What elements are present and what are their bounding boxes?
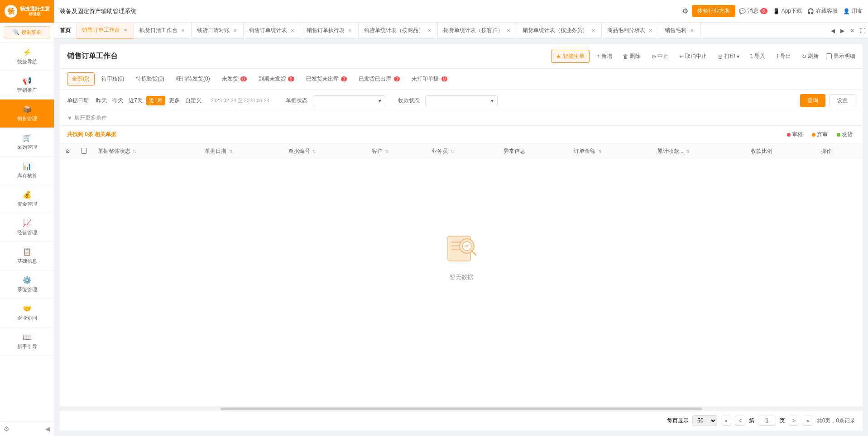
tab-product-profit[interactable]: 商品毛利分析表 ✕ [602, 23, 659, 39]
query-button[interactable]: 查询 [800, 94, 825, 107]
delete-button[interactable]: 🗑 删除 [619, 50, 644, 62]
sub-tab-all[interactable]: 全部(0) [67, 72, 95, 85]
status-filter-select[interactable]: ▾ [313, 95, 385, 106]
sub-tab-not-shipped[interactable]: 未发货 0 [217, 72, 252, 85]
print-button[interactable]: 🖨 打印 ▾ [714, 50, 743, 62]
tab-sales-stats[interactable]: 销售订单统计表 ✕ [244, 23, 301, 39]
page-size-select[interactable]: 20 50 100 [692, 415, 717, 426]
tab-cash-account[interactable]: 钱货日清对账 ✕ [192, 23, 244, 39]
sidebar-item-finance[interactable]: 💰 资金管理 [0, 185, 54, 213]
sidebar-collapse-button[interactable]: ◀ [45, 425, 50, 432]
col-date-sort[interactable]: ⇅ [229, 149, 233, 154]
tab-sales-workbench-close[interactable]: ✕ [123, 27, 128, 33]
ship-action-button[interactable]: 发货 [834, 129, 855, 140]
sidebar-item-inventory[interactable]: 📊 库存核算 [0, 156, 54, 185]
settings-icon[interactable]: ⚙ [65, 148, 70, 155]
tab-cash-daily[interactable]: 钱货日清工作台 ✕ [134, 23, 192, 39]
prev-page-button[interactable]: < [735, 416, 745, 426]
tab-sales-summary-product[interactable]: 销货单统计表（按商品） ✕ [359, 23, 438, 39]
new-button[interactable]: + 新增 [593, 50, 616, 62]
last-page-button[interactable]: » [803, 416, 813, 426]
show-detail-checkbox[interactable]: 显示明细 [826, 52, 855, 60]
industry-solution-button[interactable]: 体验行业方案 [692, 5, 735, 17]
col-received-sort[interactable]: ⇅ [686, 149, 690, 154]
expand-filter-button[interactable]: ▼ 展开更多条件 [67, 114, 855, 122]
refresh-button[interactable]: ↻ 刷新 [798, 50, 822, 62]
header-gear-button[interactable]: ⚙ [682, 7, 688, 15]
operation-label: 经营管理 [17, 229, 37, 236]
tab-home[interactable]: 首页 [54, 23, 77, 39]
tab-sales-profit[interactable]: 销售毛利 ✕ [659, 23, 700, 39]
tab-sales-summary-customer[interactable]: 销货单统计表（按客户） ✕ [438, 23, 517, 39]
col-staff-sort[interactable]: ⇅ [451, 149, 454, 154]
sub-tab-expired[interactable]: 到期未发货 0 [254, 72, 299, 85]
setting-button[interactable]: 设置 [829, 94, 855, 107]
import-button[interactable]: ⤵ 导入 [747, 50, 769, 62]
sub-tab-pending-inspect[interactable]: 待拣验货(0) [131, 72, 169, 85]
next-page-button[interactable]: > [789, 416, 799, 426]
tab-sales-exec[interactable]: 销售订单执行表 ✕ [301, 23, 359, 39]
message-button[interactable]: 💬 消息 6 [739, 7, 767, 15]
search-menu-button[interactable]: 🔍 搜索菜单 [4, 26, 50, 38]
tab-sales-summary-staff[interactable]: 销货单统计表（按业务员） ✕ [517, 23, 602, 39]
date-opt-custom[interactable]: 自定义 [183, 96, 203, 105]
tab-sales-stats-close[interactable]: ✕ [290, 28, 295, 33]
sub-tab-wangpu[interactable]: 旺铺待发货(0) [171, 72, 215, 85]
col-abnormal: 异常信息 [498, 144, 569, 159]
tab-cash-account-close[interactable]: ✕ [232, 28, 238, 33]
smart-create-button[interactable]: ★ 智能生单 [551, 50, 590, 63]
export-button[interactable]: ⤴ 导出 [772, 50, 795, 62]
date-opt-yesterday[interactable]: 昨天 [94, 96, 109, 105]
tab-sales-exec-label: 销售订单执行表 [307, 27, 345, 34]
date-opt-1month[interactable]: 近1月 [146, 96, 166, 105]
sidebar-item-quick-nav[interactable]: ⚡ 快捷导航 [0, 43, 54, 71]
sidebar-item-system[interactable]: ⚙️ 系统管理 [0, 270, 54, 299]
col-status-sort[interactable]: ⇅ [133, 149, 136, 154]
date-opt-today[interactable]: 今天 [110, 96, 125, 105]
tab-close-all-button[interactable]: ✕ [847, 26, 857, 36]
sidebar-item-guide[interactable]: 📖 新手引导 [0, 327, 54, 356]
tab-sales-summary-product-close[interactable]: ✕ [427, 28, 432, 33]
sidebar-item-operation[interactable]: 📈 经营管理 [0, 213, 54, 242]
sub-tab-shipped-not-out[interactable]: 已发货未出库 0 [301, 72, 352, 85]
date-opt-7days[interactable]: 近7天 [127, 96, 144, 105]
date-opt-more[interactable]: 更多 [167, 96, 182, 105]
tab-sales-exec-close[interactable]: ✕ [347, 28, 353, 33]
select-all-checkbox[interactable] [81, 148, 87, 154]
app-download-button[interactable]: 📱 App下载 [773, 7, 802, 15]
sub-tab-shipped-out[interactable]: 已发货已出库 0 [354, 72, 405, 85]
tab-scroll-right-button[interactable]: ▶ [838, 26, 847, 36]
sidebar-search-section: 🔍 搜索菜单 [0, 23, 54, 43]
sidebar-item-sales[interactable]: 📦 销售管理 [0, 100, 54, 128]
tab-sales-profit-close[interactable]: ✕ [689, 28, 695, 33]
sidebar-settings-button[interactable]: ⚙ [4, 425, 10, 432]
horizontal-scrollbar-area[interactable] [60, 407, 863, 410]
cancel-stop-button[interactable]: ↩ 取消中止 [676, 50, 710, 62]
cancel-review-action-button[interactable]: 弃审 [809, 129, 830, 140]
tab-sales-workbench[interactable]: 销售订单工作台 ✕ [77, 23, 134, 39]
col-number-sort[interactable]: ⇅ [312, 149, 316, 154]
sub-tab-pending-review[interactable]: 待审核(0) [96, 72, 129, 85]
tab-cash-daily-close[interactable]: ✕ [180, 28, 186, 33]
tab-sales-summary-customer-close[interactable]: ✕ [506, 28, 511, 33]
first-page-button[interactable]: « [721, 416, 731, 426]
payment-filter-select[interactable]: ▾ [425, 95, 498, 106]
tab-scroll-left-button[interactable]: ◀ [828, 26, 838, 36]
sub-tab-not-printed[interactable]: 未打印单据 0 [407, 72, 452, 85]
stop-button[interactable]: ⊘ 中止 [648, 50, 672, 62]
col-customer-sort[interactable]: ⇅ [385, 149, 388, 154]
tab-product-profit-close[interactable]: ✕ [648, 28, 653, 33]
sidebar-item-purchase[interactable]: 🛒 采购管理 [0, 128, 54, 156]
sidebar-item-basic[interactable]: 📋 基础信息 [0, 242, 54, 270]
tab-sales-summary-staff-close[interactable]: ✕ [590, 28, 596, 33]
show-detail-input[interactable] [826, 53, 832, 59]
tab-fullscreen-button[interactable]: ⛶ [857, 26, 868, 36]
sidebar-item-enterprise[interactable]: 🤝 企业协同 [0, 299, 54, 327]
user-button[interactable]: 👤 用友 [843, 7, 863, 15]
review-action-button[interactable]: 审核 [784, 129, 806, 140]
sidebar-item-marketing[interactable]: 📢 营销推广 [0, 71, 54, 100]
table-scroll[interactable]: ⚙ 单据整体状态 ⇅ 单据日期 ⇅ [60, 144, 863, 407]
col-amount-sort[interactable]: ⇅ [598, 149, 602, 154]
online-service-button[interactable]: 🎧 在线客服 [807, 7, 838, 15]
page-number-input[interactable] [758, 416, 776, 426]
